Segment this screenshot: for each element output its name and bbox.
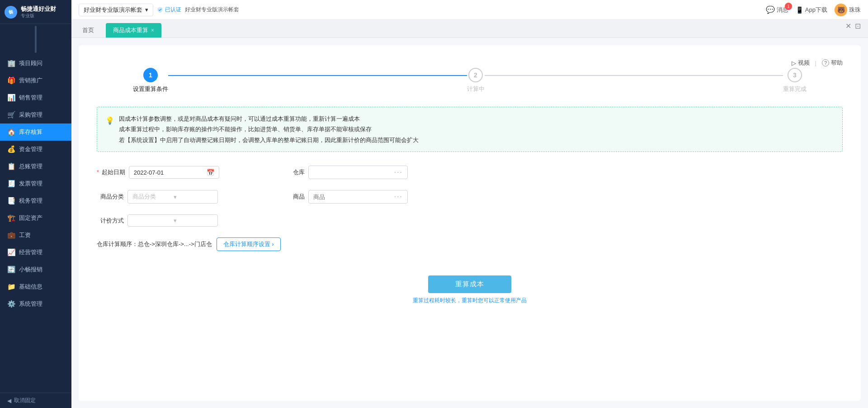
tab-close-icon[interactable]: × xyxy=(151,27,154,33)
goods-input[interactable] xyxy=(313,194,394,200)
page-content: ▷ 视频 | ? 帮助 1 设置重算条件 xyxy=(71,38,868,408)
category-select[interactable]: 商品分类 ▾ xyxy=(127,190,218,204)
sidebar-item-inventory[interactable]: 🏠 库存核算 xyxy=(0,123,71,141)
tab-cost-recalc[interactable]: 商品成本重算 × xyxy=(106,23,161,38)
tab-home-label: 首页 xyxy=(82,26,94,34)
expand-window-button[interactable]: ⊡ xyxy=(855,22,861,30)
category-placeholder: 商品分类 xyxy=(132,193,172,201)
account-name: 好业财专业版演示帐套 xyxy=(84,6,142,14)
project-icon: 🏢 xyxy=(7,59,15,67)
recalc-button[interactable]: 重算成本 xyxy=(428,275,511,293)
warehouse-order-row: 仓库计算顺序：总仓->深圳仓库->...->门店仓 仓库计算顺序设置 › xyxy=(97,237,843,251)
form-section: * 起始日期 📅 仓库 ··· xyxy=(97,161,843,266)
close-window-button[interactable]: ✕ xyxy=(845,22,851,30)
pricing-select[interactable]: ▾ xyxy=(127,214,218,227)
unpin-label: 取消固定 xyxy=(14,397,36,404)
info-line-2: 成本重算过程中，影响库存账的操作均不能操作，比如进货单、销货单、库存单据不能审核… xyxy=(119,124,419,134)
scroll-indicator xyxy=(35,26,37,53)
sidebar-item-assets[interactable]: 🏗️ 固定资产 xyxy=(0,209,71,227)
info-box: 💡 因成本计算参数调整，或是对商品成本有疑问时，可以通过成本重算功能，重新计算一… xyxy=(97,107,843,152)
goods-field: 商品 ··· xyxy=(278,190,449,204)
form-row-3: 计价方式 ▾ xyxy=(97,214,843,227)
system-icon: ⚙️ xyxy=(7,300,15,308)
topbar-right: 💬 1 消息 📱 App下载 🐻 珠珠 xyxy=(766,4,861,16)
sidebar-item-project[interactable]: 🏢 项目顾问 xyxy=(0,55,71,72)
sidebar-item-label: 销售管理 xyxy=(19,94,42,102)
warehouse-dots-icon[interactable]: ··· xyxy=(394,168,403,176)
unpin-icon: ◀ xyxy=(7,398,11,404)
sidebar-item-salary[interactable]: 💼 工资 xyxy=(0,227,71,244)
pricing-label: 计价方式 xyxy=(97,217,124,225)
sidebar-item-system[interactable]: ⚙️ 系统管理 xyxy=(0,295,71,313)
topbar: 好业财专业版演示帐套 ▾ 已认证 好业财专业版演示帐套 💬 1 消息 📱 App… xyxy=(71,0,868,20)
form-row-1: * 起始日期 📅 仓库 ··· xyxy=(97,166,843,179)
warehouse-input[interactable] xyxy=(313,169,394,176)
avatar: 🐻 xyxy=(835,4,847,16)
step-3: 3 重算完成 xyxy=(783,68,807,93)
message-icon: 💬 xyxy=(766,5,775,14)
sidebar-item-marketing[interactable]: 🎁 营销推广 xyxy=(0,72,71,89)
sidebar-item-invoice[interactable]: 🧾 发票管理 xyxy=(0,175,71,192)
info-text: 因成本计算参数调整，或是对商品成本有疑问时，可以通过成本重算功能，重新计算一遍成… xyxy=(119,114,419,145)
category-chevron-icon: ▾ xyxy=(174,194,213,200)
expense-icon: 🔄 xyxy=(7,266,15,274)
sidebar-item-basic[interactable]: 📁 基础信息 xyxy=(0,278,71,295)
assets-icon: 🏗️ xyxy=(7,214,15,222)
user-menu[interactable]: 🐻 珠珠 xyxy=(835,4,861,16)
goods-dots-icon[interactable]: ··· xyxy=(394,193,403,201)
sidebar-item-label: 发票管理 xyxy=(19,180,42,188)
user-name: 珠珠 xyxy=(849,6,861,14)
sidebar-item-label: 固定资产 xyxy=(19,214,42,222)
warehouse-input-wrapper[interactable]: ··· xyxy=(308,166,408,179)
warehouse-order-btn[interactable]: 仓库计算顺序设置 › xyxy=(217,237,281,251)
goods-input-wrapper[interactable]: ··· xyxy=(308,190,408,204)
sidebar-item-operations[interactable]: 📈 经营管理 xyxy=(0,244,71,261)
invoice-icon: 🧾 xyxy=(7,180,15,188)
sidebar-header: 畅 畅捷通好业财 专业版 xyxy=(0,0,71,24)
message-button[interactable]: 💬 1 消息 xyxy=(766,5,788,14)
sidebar-item-finance[interactable]: 💰 资金管理 xyxy=(0,141,71,158)
sidebar-unpin-button[interactable]: ◀ 取消固定 xyxy=(0,393,71,408)
content-area: ▷ 视频 | ? 帮助 1 设置重算条件 xyxy=(79,45,861,401)
verified-label: 已认证 xyxy=(165,6,181,14)
start-date-input-wrapper[interactable]: 📅 xyxy=(129,166,219,179)
tab-home[interactable]: 首页 xyxy=(75,23,101,38)
sidebar-item-label: 营销推广 xyxy=(19,76,42,85)
sidebar-item-expense[interactable]: 🔄 小畅报销 xyxy=(0,261,71,278)
step-2-circle: 2 xyxy=(468,68,483,82)
step-1-label: 设置重算条件 xyxy=(133,85,168,93)
sidebar-item-label: 总账管理 xyxy=(19,162,42,171)
sidebar-item-purchase[interactable]: 🛒 采购管理 xyxy=(0,106,71,123)
sidebar-item-label: 库存核算 xyxy=(19,128,42,136)
verified-account: 好业财专业版演示帐套 xyxy=(185,6,239,14)
window-controls: ✕ ⊡ xyxy=(845,22,861,30)
info-line-3: 若【系统设置】中启用了自动调整记账日期时，会调整入库单的整单记账日期，因此重新计… xyxy=(119,135,419,145)
category-label: 商品分类 xyxy=(97,193,124,201)
step-1: 1 设置重算条件 xyxy=(133,68,168,93)
goods-label: 商品 xyxy=(278,193,305,201)
sidebar-item-label: 资金管理 xyxy=(19,145,42,153)
topbar-left: 好业财专业版演示帐套 ▾ 已认证 好业财专业版演示帐套 xyxy=(79,4,239,16)
app-download-button[interactable]: 📱 App下载 xyxy=(796,6,827,14)
sidebar-item-accounting[interactable]: 📋 总账管理 xyxy=(0,158,71,175)
sidebar-item-label: 基础信息 xyxy=(19,283,42,291)
pricing-chevron-icon: ▾ xyxy=(174,217,213,224)
recalc-btn-label: 重算成本 xyxy=(455,280,484,288)
purchase-icon: 🛒 xyxy=(7,111,15,119)
account-selector[interactable]: 好业财专业版演示帐套 ▾ xyxy=(79,4,153,16)
calendar-icon[interactable]: 📅 xyxy=(207,169,214,176)
sidebar-item-sales[interactable]: 📊 销售管理 xyxy=(0,89,71,106)
recalc-hint: 重算过程耗时较长，重算时您可以正常使用产品 xyxy=(97,297,843,304)
sidebar-item-label: 采购管理 xyxy=(19,111,42,119)
sidebar-item-tax[interactable]: 📑 税务管理 xyxy=(0,192,71,209)
phone-icon: 📱 xyxy=(796,6,803,14)
sales-icon: 📊 xyxy=(7,94,15,102)
tax-icon: 📑 xyxy=(7,197,15,205)
salary-icon: 💼 xyxy=(7,231,15,239)
shield-icon xyxy=(157,7,163,13)
inventory-icon: 🏠 xyxy=(7,128,15,136)
app-subtitle: 专业版 xyxy=(21,13,56,19)
start-date-input[interactable] xyxy=(134,169,205,176)
info-line-1: 因成本计算参数调整，或是对商品成本有疑问时，可以通过成本重算功能，重新计算一遍成… xyxy=(119,114,419,124)
step-2-label: 计算中 xyxy=(467,85,485,93)
